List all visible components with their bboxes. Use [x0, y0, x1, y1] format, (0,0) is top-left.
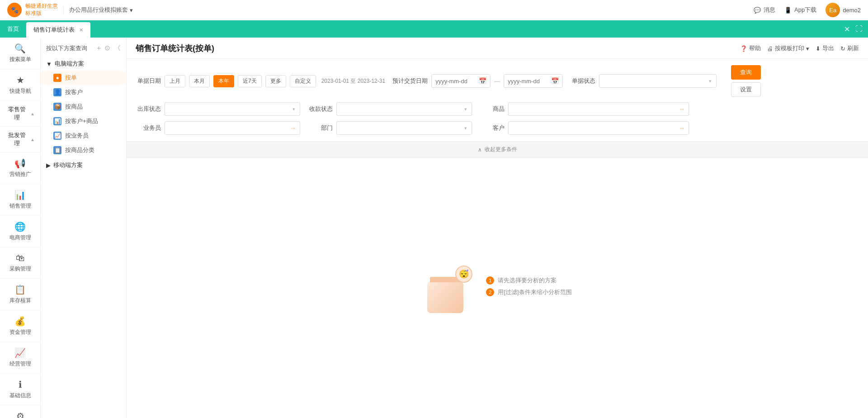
delivery-select[interactable]: ▾: [165, 102, 300, 116]
setting-button[interactable]: 设置: [731, 82, 761, 97]
print-chevron-icon: ▾: [806, 45, 809, 52]
nav-sidebar: 🔍 搜索菜单 ★ 快捷导航 零售管理 ▲ 批发管理 ▲ 📢 营销推广 📊 销售管…: [0, 38, 41, 418]
scheme-item-by-cust-prod[interactable]: 📊 按客户+商品: [41, 114, 126, 128]
expected-date-end-input[interactable]: [508, 78, 548, 85]
sidebar-item-wholesale[interactable]: 批发管理 ▲: [0, 127, 40, 152]
filter-area: 单据日期 上月 本月 本年 近7天 更多 自定义 2023-01-01 至 20…: [127, 59, 868, 142]
sidebar-item-quick[interactable]: ★ 快捷导航: [0, 69, 40, 101]
help-button[interactable]: ❓ 帮助: [740, 44, 761, 52]
tab-home[interactable]: 首页: [0, 20, 26, 38]
by-product-icon: 📦: [53, 103, 61, 111]
collapse-panel-button[interactable]: 《: [114, 44, 121, 52]
finance-icon: 💰: [14, 316, 26, 327]
dept-chevron-icon: ▾: [464, 125, 467, 131]
dept-select[interactable]: ▾: [336, 121, 472, 135]
scheme-group-mobile-title[interactable]: ▶ 移动端方案: [41, 158, 126, 172]
collapsed-icon: ▶: [46, 162, 51, 169]
sidebar-item-ecommerce[interactable]: 🌐 电商管理: [0, 216, 40, 247]
scheme-item-by-category[interactable]: 📋 按商品分类: [41, 143, 126, 157]
query-button[interactable]: 查询: [731, 65, 761, 80]
sidebar-item-purchase[interactable]: 🛍 采购管理: [0, 247, 40, 279]
scheme-item-by-customer[interactable]: 👤 按客户: [41, 85, 126, 100]
calendar-end-icon[interactable]: 📅: [551, 77, 559, 85]
staff-label: 业务员: [136, 124, 161, 132]
date-range-text: 2023-01-01 至 2023-12-31: [321, 77, 385, 85]
refresh-icon: ↻: [840, 45, 845, 52]
template-print-button[interactable]: 🖨 按模板打印 ▾: [767, 44, 809, 52]
page-header: 销售订单统计表(按单) ❓ 帮助 🖨 按模板打印 ▾ ⬇ 导出 ↻ 刷新: [127, 38, 868, 59]
date-btn-this-year[interactable]: 本年: [213, 75, 234, 87]
sidebar-item-retail[interactable]: 零售管理 ▲: [0, 101, 40, 127]
empty-character: 😴: [455, 266, 472, 283]
sidebar-item-finance[interactable]: 💰 资金管理: [0, 310, 40, 342]
date-btn-more[interactable]: 更多: [265, 75, 286, 87]
user-nav-item[interactable]: Ea demo2: [826, 3, 861, 17]
top-bar-right: 💬 消息 📱 App下载 Ea demo2: [754, 3, 861, 17]
date-btn-custom[interactable]: 自定义: [290, 75, 316, 87]
scheme-item-by-staff[interactable]: 📈 按业务员: [41, 128, 126, 143]
sales-icon: 📊: [14, 190, 26, 200]
date-btn-last-month[interactable]: 上月: [165, 75, 185, 87]
date-buttons: 上月 本月 本年 近7天 更多 自定义: [165, 75, 316, 87]
goods-select[interactable]: ···: [508, 102, 689, 116]
filter-row-2: 出库状态 ▾ 收款状态 ▾ 商品: [136, 102, 859, 116]
scheme-group-pc-title[interactable]: ▼ 电脑端方案: [41, 57, 126, 71]
sidebar-item-operations[interactable]: 📈 经营管理: [0, 342, 40, 374]
purchase-icon: 🛍: [16, 253, 25, 263]
customer-ellipsis-icon: ···: [680, 125, 684, 131]
date-btn-this-month[interactable]: 本月: [189, 75, 210, 87]
tab-sales-order[interactable]: 销售订单统计表 ✕: [26, 22, 90, 38]
expected-date-start-input[interactable]: [435, 78, 476, 85]
empty-state: 😴 1 请先选择要分析的方案 2 用[过滤]条件来缩小分析范围: [127, 158, 868, 418]
export-button[interactable]: ⬇ 导出: [816, 44, 834, 52]
hint-num-2: 2: [486, 288, 494, 296]
sidebar-item-basic[interactable]: ℹ 基础信息: [0, 374, 40, 405]
sidebar-item-system[interactable]: ⚙ 系统管理: [0, 405, 40, 418]
scheme-item-by-product[interactable]: 📦 按商品: [41, 100, 126, 114]
customer-filter-group: 客户 ···: [479, 121, 689, 135]
date-btn-7days[interactable]: 近7天: [238, 75, 262, 87]
empty-box: [427, 281, 463, 313]
empty-illustration: 😴: [423, 263, 472, 313]
avatar: Ea: [826, 3, 840, 17]
settings-scheme-button[interactable]: ⊙: [104, 44, 110, 52]
tab-expand-icon[interactable]: ⛶: [855, 25, 863, 33]
scheme-group-pc: ▼ 电脑端方案 ● 按单 👤 按客户 📦 按商品 📊 按客户+商品 📈 按业: [41, 57, 126, 157]
tab-close-window-icon[interactable]: ✕: [844, 25, 850, 33]
sidebar-item-search[interactable]: 🔍 搜索菜单: [0, 38, 40, 69]
delivery-chevron-icon: ▾: [292, 106, 295, 112]
by-cust-prod-icon: 📊: [53, 117, 61, 125]
message-nav-item[interactable]: 💬 消息: [754, 6, 775, 14]
tab-close-icon[interactable]: ✕: [79, 27, 83, 33]
sidebar-item-inventory[interactable]: 📋 库存核算: [0, 279, 40, 310]
staff-select[interactable]: ···: [165, 121, 300, 135]
dept-filter-group: 部门 ▾: [307, 121, 472, 135]
customer-select[interactable]: ···: [508, 121, 689, 135]
basic-icon: ℹ: [19, 379, 22, 390]
help-icon: ❓: [740, 45, 747, 52]
sidebar-item-marketing[interactable]: 📢 营销推广: [0, 152, 40, 184]
status-select[interactable]: ▾: [599, 74, 717, 88]
collapse-bar[interactable]: ∧ 收起更多条件: [127, 142, 868, 157]
payment-chevron-icon: ▾: [464, 106, 467, 112]
empty-state-content: 😴 1 请先选择要分析的方案 2 用[过滤]条件来缩小分析范围: [423, 263, 571, 313]
logo-area: 🐾 畅捷通好生意 标准版: [7, 3, 58, 17]
delivery-filter-group: 出库状态 ▾: [136, 102, 300, 116]
app-selector[interactable]: 办公用品行业模拟账套 ▾: [63, 6, 133, 14]
add-scheme-button[interactable]: +: [97, 44, 101, 52]
payment-select[interactable]: ▾: [336, 102, 472, 116]
empty-hint-2: 2 用[过滤]条件来缩小分析范围: [486, 288, 571, 296]
tab-bar: 首页 销售订单统计表 ✕ ✕ ⛶: [0, 20, 868, 38]
download-icon: 📱: [784, 7, 792, 14]
top-bar-left: 🐾 畅捷通好生意 标准版 办公用品行业模拟账套 ▾: [7, 3, 133, 17]
scheme-item-by-order[interactable]: ● 按单: [41, 71, 126, 85]
page-title: 销售订单统计表(按单): [136, 43, 214, 58]
payment-label: 收款状态: [307, 105, 333, 113]
calendar-start-icon[interactable]: 📅: [479, 77, 486, 85]
app-download-nav-item[interactable]: 📱 App下载: [784, 6, 816, 14]
sidebar-item-sales[interactable]: 📊 销售管理: [0, 184, 40, 216]
refresh-button[interactable]: ↻ 刷新: [840, 44, 859, 52]
star-icon: ★: [16, 75, 24, 86]
filter-row-3: 业务员 ··· 部门 ▾ 客户: [136, 121, 859, 135]
content-area: 销售订单统计表(按单) ❓ 帮助 🖨 按模板打印 ▾ ⬇ 导出 ↻ 刷新: [127, 38, 868, 418]
